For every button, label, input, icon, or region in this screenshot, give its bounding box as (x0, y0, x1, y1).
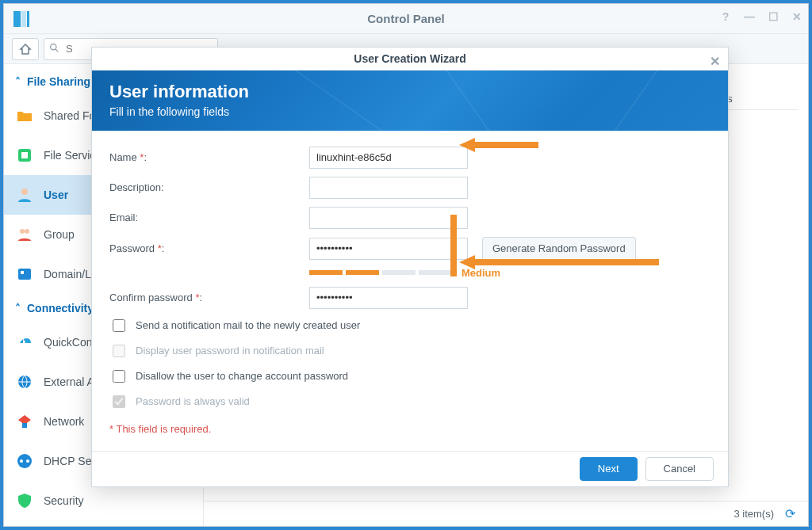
sidebar-item-label: User (44, 189, 68, 201)
chevron-up-icon: ˄ (15, 302, 21, 315)
quickconnect-icon (15, 333, 34, 352)
password-input[interactable] (309, 238, 468, 260)
svg-point-6 (21, 189, 28, 195)
strength-segment (419, 270, 452, 275)
modal-title-text: User Creation Wizard (354, 52, 465, 65)
home-button[interactable] (12, 38, 39, 60)
app-icon (12, 10, 31, 29)
folder-icon (15, 106, 34, 125)
svg-point-3 (51, 44, 56, 49)
dhcp-icon (15, 452, 34, 471)
password-strength: Medium (309, 267, 710, 279)
svg-point-8 (25, 229, 29, 234)
svg-rect-1 (21, 11, 26, 27)
password-label: Password *: (109, 242, 309, 254)
sidebar-section-label: File Sharing (27, 75, 90, 88)
help-button[interactable]: ? (719, 10, 732, 23)
always-valid-label: Password is always valid (136, 395, 250, 407)
network-icon (15, 412, 34, 431)
sidebar-item-label: Group (44, 228, 75, 241)
description-label: Description: (109, 181, 309, 193)
modal-hero: User information Fill in the following f… (92, 71, 728, 131)
strength-segment (346, 270, 379, 275)
svg-rect-9 (18, 269, 31, 280)
email-input[interactable] (309, 207, 468, 229)
display-password-checkbox (113, 345, 125, 357)
reload-button[interactable]: ⟳ (785, 506, 795, 521)
user-creation-wizard: User Creation Wizard ✕ User information … (91, 47, 729, 487)
search-icon (49, 42, 59, 56)
disallow-change-checkbox[interactable] (113, 370, 125, 383)
svg-point-15 (26, 459, 29, 463)
svg-rect-10 (21, 271, 24, 274)
window-title: Control Panel (367, 12, 445, 25)
svg-rect-2 (27, 11, 29, 27)
disallow-change-checkbox-row: Disallow the user to change account pass… (109, 368, 710, 385)
chevron-up-icon: ˄ (15, 75, 21, 88)
user-icon (15, 185, 34, 204)
cancel-button[interactable]: Cancel (645, 457, 714, 481)
modal-body: Name *: Description: Email: Password *: … (92, 131, 728, 451)
group-icon (15, 225, 34, 244)
strength-segment (382, 270, 416, 275)
required-note: * This field is required. (109, 423, 710, 435)
always-valid-checkbox-row: Password is always valid (109, 393, 710, 410)
domain-icon (15, 265, 34, 284)
hero-subtitle: Fill in the following fields (109, 105, 710, 118)
svg-point-14 (20, 459, 23, 463)
item-count: 3 item(s) (733, 508, 774, 520)
sidebar-item-label: Security (44, 494, 84, 507)
generate-password-button[interactable]: Generate Random Password (482, 237, 636, 261)
svg-line-4 (56, 49, 58, 51)
strength-segment (309, 270, 343, 275)
shield-icon (15, 491, 34, 510)
svg-rect-0 (13, 11, 21, 27)
control-panel-window: Control Panel ? — ☐ ✕ ˄ File Sharing (3, 3, 809, 527)
modal-titlebar: User Creation Wizard ✕ (92, 48, 728, 71)
disallow-change-label: Disallow the user to change account pass… (136, 370, 348, 382)
globe-icon (15, 372, 34, 391)
svg-rect-12 (22, 423, 27, 428)
description-input[interactable] (309, 177, 468, 199)
file-services-icon (15, 146, 34, 165)
minimize-button[interactable]: — (743, 10, 756, 23)
confirm-password-input[interactable] (309, 287, 468, 309)
email-label: Email: (109, 212, 309, 223)
strength-label: Medium (462, 267, 500, 279)
titlebar: Control Panel ? — ☐ ✕ (4, 4, 808, 34)
close-modal-button[interactable]: ✕ (710, 54, 720, 69)
hero-title: User information (109, 82, 710, 102)
home-icon (19, 43, 32, 55)
sidebar-section-label: Connectivity (27, 302, 94, 315)
close-window-button[interactable]: ✕ (791, 10, 803, 23)
display-password-checkbox-row: Display user password in notification ma… (109, 342, 710, 360)
window-controls: ? — ☐ ✕ (719, 10, 803, 23)
always-valid-checkbox (113, 395, 125, 408)
status-bar: 3 item(s) ⟳ (204, 501, 808, 526)
notify-label: Send a notification mail to the newly cr… (136, 319, 360, 331)
svg-point-7 (20, 229, 25, 234)
sidebar-item-label: Network (44, 415, 84, 428)
modal-footer: Next Cancel (92, 451, 728, 486)
maximize-button[interactable]: ☐ (767, 10, 779, 23)
display-password-label: Display user password in notification ma… (136, 345, 324, 357)
name-input[interactable] (309, 147, 468, 169)
next-button[interactable]: Next (580, 457, 638, 481)
notify-checkbox-row: Send a notification mail to the newly cr… (109, 317, 710, 334)
name-label: Name *: (109, 151, 309, 163)
notify-checkbox[interactable] (113, 319, 125, 332)
confirm-label: Confirm password *: (109, 292, 309, 303)
svg-point-13 (17, 454, 32, 468)
